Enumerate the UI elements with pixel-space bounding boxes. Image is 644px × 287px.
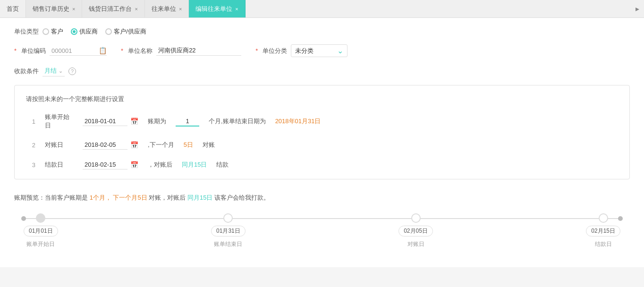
timeline-sublabel-2: 对账日 xyxy=(407,240,424,248)
tab-edit-unit[interactable]: 编辑往来单位 × xyxy=(189,0,245,17)
step-2-num: 2 xyxy=(26,142,35,149)
tab-sales-history-close[interactable]: × xyxy=(72,6,75,12)
payment-terms-row: 收款条件 月结 ⌄ ? xyxy=(14,66,630,76)
unit-type-field: 单位类型 客户 供应商 客户/供应商 xyxy=(14,27,146,36)
step-1-date-input[interactable] xyxy=(83,117,127,126)
unit-code-field: * 单位编码 📋 xyxy=(14,46,107,56)
step-3-calendar-icon[interactable]: 📅 xyxy=(130,161,138,169)
timeline-tag-2: 02月05日 xyxy=(398,226,433,236)
unit-info-row: * 单位编码 📋 * 单位名称 * 单位分类 未分类 ⌄ xyxy=(14,44,630,57)
timeline-sublabel-1: 账单结束日 xyxy=(214,240,242,248)
timeline-point-3: 02月15日 结款日 xyxy=(586,213,620,248)
step-1-label: 账单开始日 xyxy=(45,113,73,130)
tab-cashier-workbench-close[interactable]: × xyxy=(135,6,137,12)
preview-text: 账期预览：当前客户账期是 1个月， 下一个月5日 对账，对账后 同月15日 该客… xyxy=(14,194,630,202)
tab-home[interactable]: 首页 xyxy=(0,0,26,17)
tab-edit-unit-label: 编辑往来单位 xyxy=(195,5,232,13)
unit-code-input[interactable] xyxy=(50,46,97,55)
step-3-desc-prefix: ，对账后 xyxy=(148,160,172,169)
tab-overflow-arrow[interactable]: ▸ xyxy=(631,0,644,17)
help-icon[interactable]: ? xyxy=(68,68,76,75)
payment-terms-field: 收款条件 月结 ⌄ ? xyxy=(14,66,76,76)
step-1-num: 1 xyxy=(26,118,35,125)
radio-customer-label: 客户 xyxy=(51,27,63,36)
settings-row-3: 3 结款日 📅 ，对账后 同月15日 结款 xyxy=(26,160,618,169)
preview-part2: 下一个月5日 xyxy=(113,194,147,201)
step-3-label: 结款日 xyxy=(45,160,73,169)
radio-customer-circle xyxy=(42,28,49,35)
settings-row-1: 1 账单开始日 📅 账期为 个月,账单结束日期为 2018年01月31日 xyxy=(26,113,618,130)
payment-terms-select[interactable]: 月结 ⌄ xyxy=(42,66,65,76)
settings-title: 请按照未来的一个完整帐期进行设置 xyxy=(26,95,618,103)
unit-code-required: * xyxy=(14,47,17,54)
unit-name-input[interactable] xyxy=(156,46,241,56)
step-1-desc-suffix: 个月,账单结束日期为 xyxy=(209,117,266,126)
step-2-desc-prefix: ,下一个月 xyxy=(148,141,174,149)
unit-category-label: 单位分类 xyxy=(263,47,287,55)
payment-terms-value: 月结 xyxy=(44,67,57,75)
unit-code-copy-icon[interactable]: 📋 xyxy=(99,47,107,54)
step-2-date-wrap: 📅 xyxy=(83,140,138,150)
step-3-desc-suffix: 结款 xyxy=(216,160,229,169)
unit-type-radio-group: 客户 供应商 客户/供应商 xyxy=(42,27,146,36)
unit-category-chevron: ⌄ xyxy=(337,46,343,55)
timeline-tag-0: 01月01日 xyxy=(24,226,58,236)
step-1-period-input[interactable] xyxy=(176,117,199,127)
settings-row-2: 2 对账日 📅 ,下一个月 5日 对账 xyxy=(26,140,618,150)
unit-name-required: * xyxy=(121,47,123,54)
unit-code-input-wrap: 📋 xyxy=(50,46,107,56)
step-1-date-wrap: 📅 xyxy=(83,117,138,126)
timeline-sublabel-3: 结款日 xyxy=(595,240,612,248)
radio-customer[interactable]: 客户 xyxy=(42,27,63,36)
payment-terms-label: 收款条件 xyxy=(14,67,39,76)
step-2-date-input[interactable] xyxy=(83,140,127,150)
tab-related-units-close[interactable]: × xyxy=(179,6,182,12)
radio-supplier-circle xyxy=(71,28,77,35)
timeline-tag-3: 02月15日 xyxy=(586,226,620,236)
step-1-end-date: 2018年01月31日 xyxy=(275,117,321,126)
unit-code-label: 单位编码 xyxy=(21,47,46,55)
step-1-calendar-icon[interactable]: 📅 xyxy=(130,118,138,125)
tab-related-units-label: 往来单位 xyxy=(152,5,176,13)
preview-middle: 对账，对账后 xyxy=(149,194,186,201)
step-1-desc-prefix: 账期为 xyxy=(148,117,166,126)
unit-category-select[interactable]: 未分类 ⌄ xyxy=(291,44,347,57)
preview-part3: 同月15日 xyxy=(187,194,212,201)
tab-bar: 首页 销售订单历史 × 钱货日清工作台 × 往来单位 × 编辑往来单位 × ▸ xyxy=(0,0,644,18)
unit-name-label: 单位名称 xyxy=(128,47,153,55)
radio-both[interactable]: 客户/供应商 xyxy=(105,27,146,36)
preview-label: 账期预览：当前客户账期是 xyxy=(14,194,88,201)
preview-part1: 1个月， xyxy=(90,194,111,201)
timeline-point-0: 01月01日 账单开始日 xyxy=(24,213,58,248)
tab-sales-history-label: 销售订单历史 xyxy=(33,5,69,13)
unit-category-required: * xyxy=(255,47,258,54)
tab-edit-unit-close[interactable]: × xyxy=(235,6,238,12)
timeline-point-1: 01月31日 账单结束日 xyxy=(211,213,246,248)
step-3-date-input[interactable] xyxy=(83,160,127,169)
tab-home-label: 首页 xyxy=(7,5,19,13)
step-3-num: 3 xyxy=(26,161,35,169)
tab-cashier-workbench-label: 钱货日清工作台 xyxy=(89,5,132,13)
timeline: 01月01日 账单开始日 01月31日 账单结束日 02月05日 xyxy=(24,213,620,248)
preview-end: 该客户会给我打款。 xyxy=(214,194,270,201)
step-2-label: 对账日 xyxy=(45,141,73,149)
timeline-dot-1 xyxy=(223,213,233,223)
radio-both-circle xyxy=(105,28,112,35)
unit-type-label: 单位类型 xyxy=(14,27,39,36)
step-3-date-wrap: 📅 xyxy=(83,160,138,169)
step-2-desc-suffix: 对账 xyxy=(203,141,215,149)
step-2-highlight: 5日 xyxy=(184,141,193,149)
step-2-calendar-icon[interactable]: 📅 xyxy=(130,141,138,149)
settings-box: 请按照未来的一个完整帐期进行设置 1 账单开始日 📅 账期为 个月,账单结束日期… xyxy=(14,85,630,179)
radio-supplier[interactable]: 供应商 xyxy=(71,27,98,36)
radio-supplier-label: 供应商 xyxy=(79,27,98,36)
step-3-highlight: 同月15日 xyxy=(182,160,207,169)
timeline-point-2: 02月05日 对账日 xyxy=(398,213,433,248)
timeline-sublabel-0: 账单开始日 xyxy=(26,240,55,248)
tab-sales-history[interactable]: 销售订单历史 × xyxy=(26,0,82,17)
unit-name-field: * 单位名称 xyxy=(121,46,241,56)
tab-related-units[interactable]: 往来单位 × xyxy=(145,0,189,17)
tab-cashier-workbench[interactable]: 钱货日清工作台 × xyxy=(82,0,144,17)
unit-category-field: * 单位分类 未分类 ⌄ xyxy=(255,44,347,57)
main-content: 单位类型 客户 供应商 客户/供应商 * 单位编码 xyxy=(0,18,644,267)
